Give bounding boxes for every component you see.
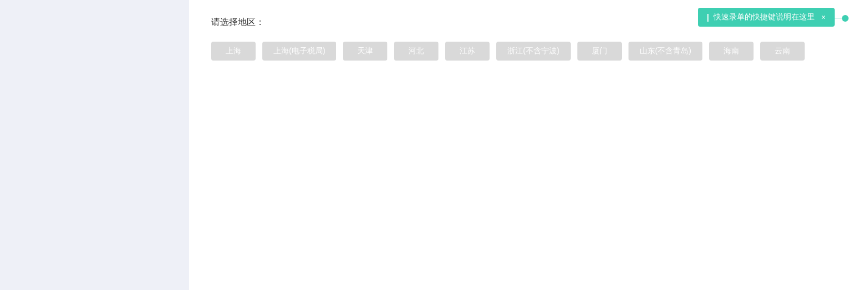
tooltip-text: 快速录单的快捷键说明在这里 (714, 12, 815, 22)
region-buttons: 上海上海(电子税局)天津河北江苏浙江(不含宁波)厦门山东(不含青岛)海南云南 (211, 42, 846, 61)
region-button-shanghai[interactable]: 上海 (211, 42, 256, 61)
region-button-shanghai-etax[interactable]: 上海(电子税局) (262, 42, 336, 61)
tooltip-dot (842, 15, 849, 22)
tooltip-bubble: 快速录单的快捷键说明在这里 × (698, 8, 835, 27)
tooltip-close-button[interactable]: × (821, 13, 826, 22)
left-sidebar (0, 0, 189, 290)
region-button-tianjin[interactable]: 天津 (343, 42, 387, 61)
region-button-hebei[interactable]: 河北 (394, 42, 438, 61)
tooltip-line (830, 18, 842, 18)
region-button-zhejiang[interactable]: 浙江(不含宁波) (496, 42, 570, 61)
region-button-hainan[interactable]: 海南 (709, 42, 754, 61)
region-button-yunnan[interactable]: 云南 (760, 42, 805, 61)
region-button-xiamen[interactable]: 厦门 (577, 42, 622, 61)
region-button-jiangsu[interactable]: 江苏 (445, 42, 490, 61)
region-button-shandong[interactable]: 山东(不含青岛) (628, 42, 702, 61)
main-content: 请选择地区： 上海上海(电子税局)天津河北江苏浙江(不含宁波)厦门山东(不含青岛… (189, 0, 868, 290)
